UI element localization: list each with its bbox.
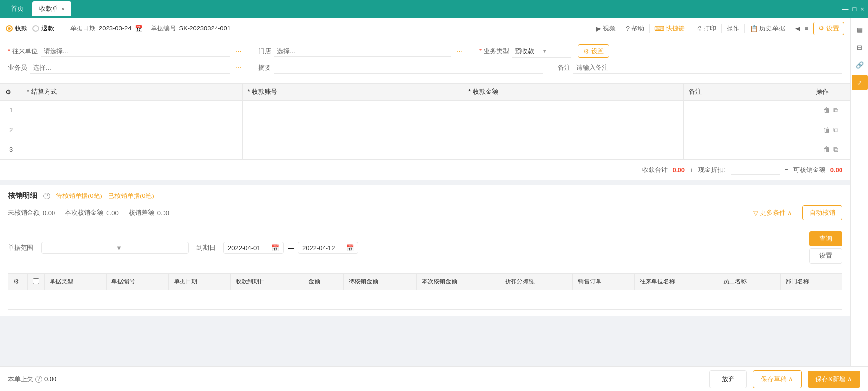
help-btn[interactable]: ? 帮助	[626, 24, 644, 33]
copy-row-3-btn[interactable]: ⧉	[833, 145, 838, 154]
video-btn[interactable]: ▶ 视频	[596, 24, 616, 33]
maximize-btn[interactable]: □	[853, 5, 857, 13]
col-discount-header: 折扣分摊额	[500, 274, 572, 290]
history-btn[interactable]: 📋 历史单据	[750, 24, 785, 33]
date-to-value[interactable]	[302, 244, 344, 251]
tab-close-btn[interactable]: ×	[61, 6, 64, 12]
tab-done[interactable]: 已核销单据(0笔)	[108, 192, 154, 200]
save-new-btn[interactable]: 保存&新增 ∧	[808, 371, 860, 388]
settlement-2[interactable]	[22, 120, 243, 140]
date-from-value[interactable]	[228, 244, 270, 251]
close-btn[interactable]: ×	[860, 5, 864, 13]
copy-row-2-btn[interactable]: ⧉	[833, 126, 838, 134]
minimize-btn[interactable]: —	[842, 5, 849, 13]
discount-input[interactable]	[731, 165, 780, 175]
tab-bar: 首页 收款单 × — □ ×	[0, 0, 868, 18]
range-select[interactable]: ▼	[41, 242, 189, 254]
col-account-header: * 收款账号	[243, 84, 463, 101]
counterpart-more-icon[interactable]: ···	[233, 47, 244, 56]
setting-label-2: 设置	[591, 47, 604, 56]
col-dept-header: 部门名称	[780, 274, 842, 290]
unverified-value: 0.00	[43, 209, 55, 217]
query-btn[interactable]: 查询	[809, 231, 842, 246]
action-2: 🗑 ⧉	[811, 120, 850, 140]
balance-info-icon[interactable]: ?	[35, 376, 42, 383]
save-new-caret: ∧	[847, 375, 852, 383]
current-verify-item: 本次核销金额 0.00	[65, 208, 118, 217]
settlement-1[interactable]	[22, 101, 243, 120]
sidebar-icon-2[interactable]: ⊟	[852, 39, 868, 55]
verify-info-row: 未核销金额 0.00 本次核销金额 0.00 核销差额 0.00 ▽ 更多条件 …	[8, 205, 842, 220]
row-num-3: 3	[0, 140, 22, 160]
store-field: 门店 ···	[258, 45, 464, 57]
sidebar-icon-4[interactable]: ⤢	[852, 75, 868, 90]
summary-input[interactable]	[274, 62, 543, 74]
date-from-input[interactable]: 📅	[223, 242, 284, 254]
account-1[interactable]	[243, 101, 463, 120]
salesperson-input[interactable]	[30, 62, 230, 74]
history-label: 历史单据	[760, 24, 785, 33]
shortcut-btn[interactable]: ⌨ 快捷键	[654, 24, 685, 33]
amount-3[interactable]	[463, 140, 683, 160]
calendar-from-icon[interactable]: 📅	[271, 244, 279, 251]
biz-type-dropdown[interactable]: 预收款 ▼	[512, 45, 571, 58]
tab-pending[interactable]: 待核销单据(0笔)	[56, 192, 102, 200]
save-draft-caret: ∧	[788, 375, 793, 383]
delete-row-3-btn[interactable]: 🗑	[823, 145, 830, 154]
store-input[interactable]	[274, 45, 451, 57]
sidebar-icon-1[interactable]: ▤	[852, 22, 868, 37]
filter-setting-btn[interactable]: 设置	[809, 248, 842, 264]
settlement-3[interactable]	[22, 140, 243, 160]
operate-btn[interactable]: 操作	[727, 24, 739, 33]
radio-receipt[interactable]: 收款	[6, 24, 27, 33]
footer-spacer	[0, 316, 850, 345]
setting-btn[interactable]: ⚙ 设置	[813, 22, 844, 35]
col-settings-header[interactable]: ⚙	[0, 84, 22, 101]
date-to-input[interactable]: 📅	[298, 242, 358, 254]
remarks-3[interactable]	[684, 140, 811, 160]
col-checkbox[interactable]	[28, 274, 45, 290]
biz-type-field: * 业务类型 预收款 ▼ ⚙ 设置	[479, 44, 842, 58]
save-draft-btn[interactable]: 保存草稿 ∧	[753, 370, 802, 388]
number-value: SK-20230324-001	[179, 25, 231, 32]
account-3[interactable]	[243, 140, 463, 160]
abandon-btn[interactable]: 放弃	[709, 370, 747, 388]
biz-type-setting-btn[interactable]: ⚙ 设置	[578, 44, 609, 58]
tab-home[interactable]: 首页	[4, 1, 30, 16]
verify-info-icon[interactable]: ?	[43, 193, 50, 199]
divider-1	[62, 24, 62, 33]
calendar-to-icon[interactable]: 📅	[346, 244, 354, 251]
prev-btn[interactable]: ◀	[795, 25, 800, 32]
amount-1[interactable]	[463, 101, 683, 120]
select-all-checkbox[interactable]	[33, 278, 39, 284]
more-conditions-btn[interactable]: ▽ 更多条件 ∧	[753, 208, 792, 217]
counterpart-input[interactable]	[41, 45, 230, 57]
divider-4	[690, 24, 690, 33]
sidebar-icon-3[interactable]: 🔗	[852, 57, 868, 73]
layout-icon[interactable]: ≡	[805, 25, 808, 32]
table-row: 3 🗑 ⧉	[0, 140, 850, 160]
delete-row-1-btn[interactable]: 🗑	[823, 106, 830, 114]
salesperson-more-icon[interactable]: ···	[233, 63, 244, 72]
delete-row-2-btn[interactable]: 🗑	[823, 126, 830, 134]
date-picker-icon[interactable]: 📅	[135, 25, 143, 32]
copy-row-1-btn[interactable]: ⧉	[833, 106, 838, 114]
counterpart-field: * 往来单位 ···	[8, 45, 244, 57]
remarks-2[interactable]	[684, 120, 811, 140]
store-more-icon[interactable]: ···	[454, 47, 464, 56]
print-btn[interactable]: 🖨 打印	[695, 24, 716, 33]
row-num-2: 2	[0, 120, 22, 140]
radio-refund[interactable]: 退款	[32, 24, 54, 33]
net-value: 0.00	[830, 167, 842, 174]
remarks-1[interactable]	[684, 101, 811, 120]
tab-receipt[interactable]: 收款单 ×	[32, 1, 71, 16]
amount-2[interactable]	[463, 120, 683, 140]
form-row-1: * 往来单位 ··· 门店 ··· * 业务类型 预收款 ▼ ⚙	[8, 44, 842, 58]
video-icon: ▶	[596, 25, 601, 32]
col-settings-bottom[interactable]: ⚙	[8, 274, 28, 290]
auto-verify-btn[interactable]: 自动核销	[802, 205, 842, 220]
account-2[interactable]	[243, 120, 463, 140]
remarks-input[interactable]	[573, 62, 842, 74]
bottom-table: ⚙ 单据类型 单据编号 单据日期 收款到期日 金额 待核销金额 本次核销金额 折…	[8, 273, 842, 310]
divider-5	[721, 24, 722, 33]
